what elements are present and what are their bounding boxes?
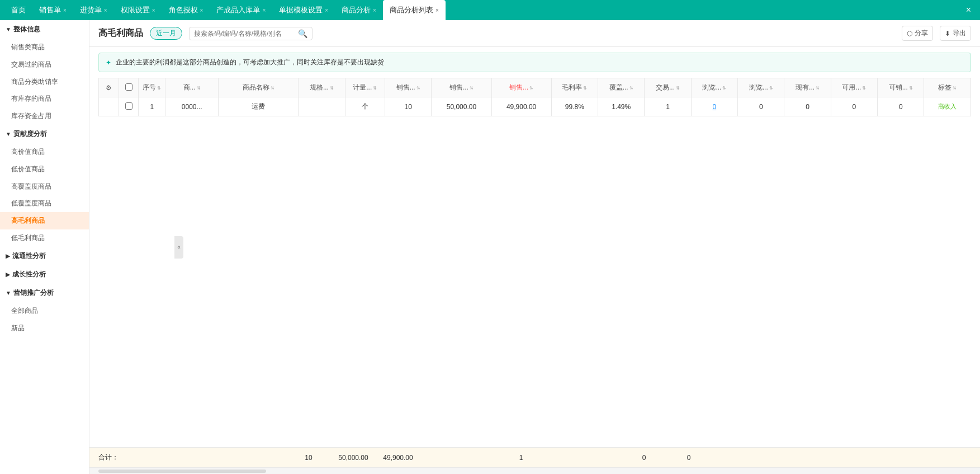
nav-tab-finished-goods[interactable]: 产成品入库单 ×	[210, 0, 272, 20]
sidebar-item-traded-goods[interactable]: 交易过的商品	[0, 56, 89, 73]
close-icon[interactable]: ×	[435, 7, 439, 13]
close-all-button[interactable]: ×	[962, 3, 976, 17]
table-row: 1 0000... 运费 个 10 50,000.00 49,900.00 99…	[99, 97, 971, 116]
sidebar: ▼ 整体信息 销售类商品 交易过的商品 商品分类助销率 有库存的商品 库存资金占…	[0, 20, 89, 474]
sidebar-section-liquidity[interactable]: ▶ 流通性分析	[0, 247, 89, 265]
col-unit: 计量...⇅	[345, 78, 385, 97]
col-settings[interactable]: ⚙	[99, 78, 119, 97]
col-checkbox	[119, 78, 139, 97]
sidebar-collapse-button[interactable]: «	[174, 236, 183, 259]
cell-browse1[interactable]: 0	[691, 97, 737, 116]
cell-gross-margin: 99.8%	[551, 97, 598, 116]
cell-spec	[299, 97, 345, 116]
col-sales-profit: 销售...⇅	[491, 78, 551, 97]
export-button[interactable]: ⬇ 导出	[940, 26, 971, 41]
col-name: 商品名称⇅	[219, 78, 299, 97]
close-icon[interactable]: ×	[104, 7, 107, 13]
top-navigation: 首页 销售单 × 进货单 × 权限设置 × 角色授权 × 产成品入库单 × 单据…	[0, 0, 980, 20]
cell-name: 运费	[219, 97, 299, 116]
sidebar-item-sales-goods[interactable]: 销售类商品	[0, 39, 89, 56]
export-icon: ⬇	[945, 30, 950, 37]
cell-unit: 个	[345, 97, 385, 116]
nav-tab-permission[interactable]: 权限设置 ×	[114, 0, 162, 20]
nav-tab-sales[interactable]: 销售单 ×	[32, 0, 73, 20]
search-box: 🔍	[189, 27, 313, 40]
scrollbar-thumb[interactable]	[98, 470, 266, 473]
col-sales-qty: 销售...⇅	[385, 78, 432, 97]
info-icon: ✦	[106, 59, 111, 67]
sidebar-item-low-margin[interactable]: 低毛利商品	[0, 229, 89, 247]
nav-tab-template[interactable]: 单据模板设置 ×	[272, 0, 335, 20]
filter-month-button[interactable]: 近一月	[150, 27, 182, 40]
close-icon[interactable]: ×	[152, 7, 155, 13]
sidebar-item-low-coverage[interactable]: 低覆盖度商品	[0, 195, 89, 212]
sidebar-section-marketing[interactable]: ▼ 营销推广分析	[0, 284, 89, 302]
close-icon[interactable]: ×	[373, 7, 376, 13]
nav-tab-product-analysis[interactable]: 商品分析 ×	[335, 0, 383, 20]
sidebar-section-contribution[interactable]: ▼ 贡献度分析	[0, 125, 89, 143]
chevron-down-icon: ▼	[6, 290, 11, 296]
info-banner: ✦ 企业的主要的利润都是这部分商品创造的，可考虑加大推广，同时关注库存是不要出现…	[98, 53, 971, 72]
nav-tab-home[interactable]: 首页	[4, 0, 32, 20]
content-header: 高毛利商品 近一月 🔍 ⬡ 分享 ⬇ 导出	[89, 20, 980, 47]
cell-tag: 高收入	[924, 97, 971, 116]
cell-sellable: 0	[878, 97, 924, 116]
sidebar-item-high-margin[interactable]: 高毛利商品	[0, 212, 89, 229]
cell-available: 0	[831, 97, 877, 116]
col-index: 序号⇅	[139, 78, 165, 97]
footer-transaction: 1	[499, 454, 543, 462]
header-actions: ⬡ 分享 ⬇ 导出	[902, 26, 971, 41]
cell-settings	[99, 97, 119, 116]
sidebar-item-category-sales-rate[interactable]: 商品分类助销率	[0, 73, 89, 91]
col-browse1: 浏览...⇅	[691, 78, 737, 97]
share-icon: ⬡	[907, 30, 912, 37]
cell-sales-amt: 50,000.00	[432, 97, 491, 116]
chevron-down-icon: ▼	[6, 26, 11, 32]
share-button[interactable]: ⬡ 分享	[902, 26, 933, 41]
footer-sales-qty: 10	[286, 454, 331, 462]
close-icon[interactable]: ×	[63, 7, 67, 13]
table-footer: 合计： 10 50,000.00 49,900.00 1 0 0	[89, 447, 980, 467]
sidebar-item-all-goods[interactable]: 全部商品	[0, 302, 89, 320]
col-transaction: 交易...⇅	[645, 78, 691, 97]
sidebar-item-goods-in-stock[interactable]: 有库存的商品	[0, 90, 89, 107]
col-sales-amt: 销售...⇅	[432, 78, 491, 97]
sidebar-item-high-coverage[interactable]: 高覆盖度商品	[0, 178, 89, 195]
sidebar-item-high-value[interactable]: 高价值商品	[0, 143, 89, 161]
nav-tab-purchase[interactable]: 进货单 ×	[73, 0, 114, 20]
cell-index: 1	[139, 97, 165, 116]
col-available: 可用...⇅	[831, 78, 877, 97]
footer-sales-profit: 49,900.00	[376, 454, 420, 462]
data-table: ⚙ 序号⇅ 商...⇅ 商品名称⇅ 规格...⇅ 计量...⇅ 销售...⇅ 销…	[98, 78, 971, 116]
cell-transaction: 1	[645, 97, 691, 116]
search-icon[interactable]: 🔍	[298, 29, 307, 38]
close-icon[interactable]: ×	[325, 7, 328, 13]
sidebar-section-overall[interactable]: ▼ 整体信息	[0, 20, 89, 39]
nav-tab-role[interactable]: 角色授权 ×	[162, 0, 210, 20]
page-title: 高毛利商品	[98, 27, 143, 39]
search-input[interactable]	[194, 30, 295, 37]
close-icon[interactable]: ×	[200, 7, 203, 13]
cell-browse2: 0	[738, 97, 784, 116]
col-code: 商...⇅	[165, 78, 219, 97]
sidebar-section-growth[interactable]: ▶ 成长性分析	[0, 265, 89, 284]
sidebar-item-low-value[interactable]: 低价值商品	[0, 161, 89, 178]
sidebar-item-stock-capital[interactable]: 库存资金占用	[0, 107, 89, 125]
cell-current-stock: 0	[784, 97, 831, 116]
col-browse2: 浏览...⇅	[738, 78, 784, 97]
nav-tab-product-analysis-list[interactable]: 商品分析列表 ×	[383, 0, 446, 20]
main-layout: ▼ 整体信息 销售类商品 交易过的商品 商品分类助销率 有库存的商品 库存资金占…	[0, 20, 980, 474]
col-spec: 规格...⇅	[299, 78, 345, 97]
cell-checkbox[interactable]	[119, 97, 139, 116]
footer-sellable: 0	[666, 454, 711, 462]
select-all-checkbox[interactable]	[125, 83, 132, 91]
tag-label: 高收入	[938, 103, 957, 110]
row-checkbox[interactable]	[125, 102, 132, 110]
col-gross-margin: 毛利率⇅	[551, 78, 598, 97]
content-area: 高毛利商品 近一月 🔍 ⬡ 分享 ⬇ 导出 ✦ 企业的主要的利润都是这部分商品创…	[89, 20, 980, 474]
close-icon[interactable]: ×	[262, 7, 266, 13]
sidebar-item-new-goods[interactable]: 新品	[0, 320, 89, 337]
horizontal-scrollbar[interactable]	[89, 467, 980, 474]
chevron-right-icon: ▶	[6, 271, 10, 278]
chevron-right-icon: ▶	[6, 253, 10, 259]
